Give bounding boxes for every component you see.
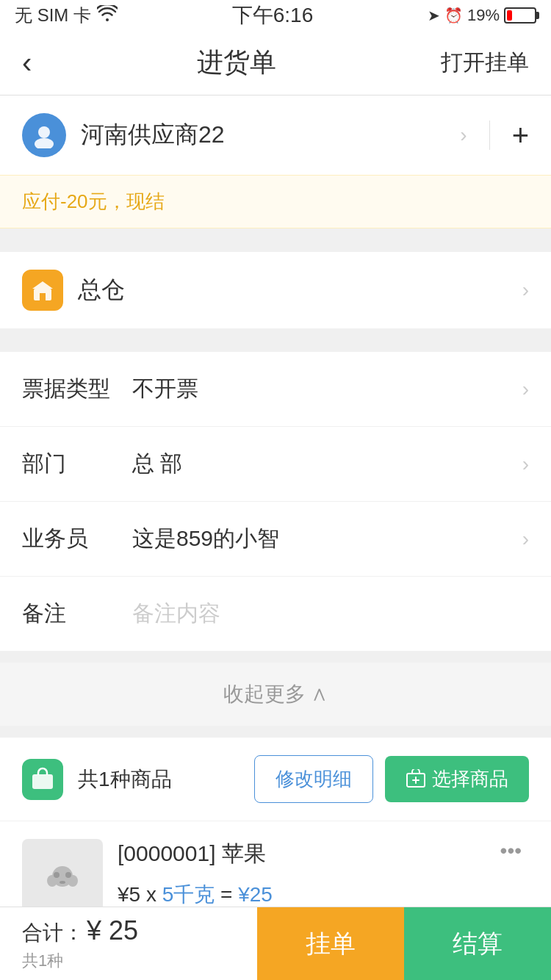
invoice-row[interactable]: 票据类型 不开票 › [0,352,551,427]
total-label: 合计： [22,919,84,947]
product-name: [0000001] 苹果 [118,839,493,869]
notice-banner: 应付-20元，现结 [0,175,551,228]
staff-chevron-icon: › [522,527,529,551]
status-right: ➤ ⏰ 19% [428,6,536,25]
collapse-label: 收起更多 ∧ [223,680,328,708]
staff-label: 业务员 [22,524,110,554]
total-section: 合计： ¥ 25 共1种 [0,915,257,972]
warehouse-name: 总仓 [78,274,522,306]
supplier-chevron-icon: › [460,123,467,147]
svg-point-1 [35,138,54,148]
edit-detail-button[interactable]: 修改明细 [254,755,373,803]
remark-row[interactable]: 备注 备注内容 [0,577,551,651]
svg-marker-3 [32,281,53,289]
total-amount: ¥ 25 [87,915,138,946]
product-more-button[interactable]: ••• [493,839,529,862]
add-supplier-button[interactable]: + [512,119,529,152]
product-info: [0000001] 苹果 ¥5 x 5千克 = ¥25 [118,839,493,909]
product-title: 苹果 [222,841,266,865]
battery-icon [504,7,536,24]
product-id: [0000001] [118,841,215,865]
product-count: 共1种商品 [78,765,254,793]
svg-point-0 [38,126,50,138]
page-title: 进货单 [197,45,276,81]
location-icon: ➤ [428,7,440,24]
battery-percent: 19% [467,6,500,25]
product-price: ¥5 [118,883,140,906]
status-bar: 无 SIM 卡 下午6:16 ➤ ⏰ 19% [0,0,551,31]
divider [489,120,490,150]
hang-order-button[interactable]: 挂单 [257,907,404,981]
collapse-row[interactable]: 收起更多 ∧ [0,663,551,726]
product-header: 共1种商品 修改明细 选择商品 [0,738,551,821]
product-total: ¥25 [238,883,273,906]
carrier-label: 无 SIM 卡 [15,4,91,27]
remark-input[interactable]: 备注内容 [110,599,529,629]
warehouse-row[interactable]: 总仓 › [0,252,551,328]
price-x: x [146,883,162,906]
wifi-icon [97,5,118,26]
equals-sign: = [220,883,238,906]
total-row: 合计： ¥ 25 [22,915,235,947]
invoice-chevron-icon: › [522,378,529,401]
back-button[interactable]: ‹ [22,46,32,79]
svg-point-13 [65,872,71,878]
select-product-button[interactable]: 选择商品 [385,756,529,802]
svg-rect-5 [32,774,53,789]
product-quantity: 5千克 [162,883,215,906]
status-time: 下午6:16 [232,1,314,29]
department-chevron-icon: › [522,453,529,476]
supplier-avatar [22,113,66,157]
invoice-label: 票据类型 [22,374,110,404]
warehouse-icon [22,270,63,311]
department-row[interactable]: 部门 总 部 › [0,427,551,502]
nav-bar: ‹ 进货单 打开挂单 [0,31,551,96]
total-count: 共1种 [22,950,235,972]
select-product-label: 选择商品 [432,766,508,792]
svg-point-14 [60,881,65,884]
department-value: 总 部 [110,449,522,479]
staff-value: 这是859的小智 [110,524,522,554]
remark-label: 备注 [22,599,110,629]
notice-text: 应付-20元，现结 [22,190,165,212]
status-left: 无 SIM 卡 [15,4,118,27]
svg-point-12 [54,872,60,878]
alarm-icon: ⏰ [444,7,463,24]
supplier-section: 河南供应商22 › + 应付-20元，现结 [0,96,551,228]
department-label: 部门 [22,449,110,479]
warehouse-chevron-icon: › [522,278,529,302]
supplier-name: 河南供应商22 [81,119,460,151]
form-section: 票据类型 不开票 › 部门 总 部 › 业务员 这是859的小智 › 备注 备注… [0,352,551,651]
invoice-value: 不开票 [110,374,522,404]
warehouse-section: 总仓 › [0,252,551,328]
settle-button[interactable]: 结算 [404,907,551,981]
product-price-row: ¥5 x 5千克 = ¥25 [118,881,493,909]
svg-rect-4 [40,293,46,300]
open-pending-button[interactable]: 打开挂单 [441,48,529,78]
supplier-row[interactable]: 河南供应商22 › + [0,96,551,175]
product-icon [22,759,63,800]
staff-row[interactable]: 业务员 这是859的小智 › [0,502,551,577]
bottom-bar: 合计： ¥ 25 共1种 挂单 结算 [0,907,551,980]
